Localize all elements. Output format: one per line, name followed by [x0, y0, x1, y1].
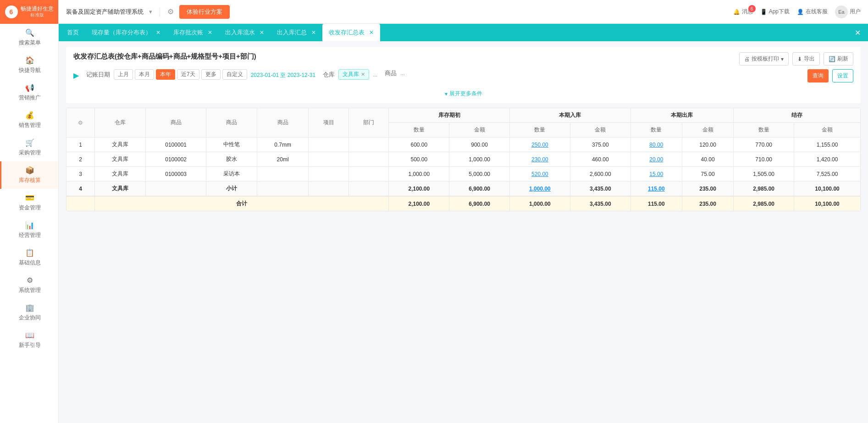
expand-conditions-row: ▾ 展开更多条件 [73, 86, 853, 98]
sidebar-item-label: 营销推广 [19, 94, 41, 102]
sidebar-item-label: 系统管理 [19, 286, 41, 294]
cell-num: 3 [66, 167, 95, 181]
cell-inbound-qty[interactable]: 230.00 [510, 152, 570, 167]
avatar: Ea [835, 5, 848, 18]
cell-num: 2 [66, 152, 95, 167]
cell-outbound-amt: 40.00 [682, 152, 733, 167]
expand-conditions-btn[interactable]: ▾ 展开更多条件 [445, 90, 482, 98]
sidebar-item-search[interactable]: 🔍 搜索菜单 [0, 24, 58, 51]
cell-outbound-qty[interactable]: 115.00 [630, 181, 682, 197]
cell-spec: 0.7mm [257, 137, 308, 152]
sidebar-item-system[interactable]: ⚙ 系统管理 [0, 271, 58, 299]
table-row: 3 文具库 0100003 采访本 1,000.00 5,000.00 520.… [66, 167, 861, 181]
tab-inout-flow-close[interactable]: ✕ [260, 29, 264, 36]
sidebar-item-purchase[interactable]: 🛒 采购管理 [0, 134, 58, 161]
warehouse-filter-section: 仓库 文具库 ✕ ... [323, 69, 377, 80]
filter-expand-arrow[interactable]: ▶ [73, 71, 79, 80]
date-btn-custom[interactable]: 自定义 [222, 69, 247, 80]
online-service-action[interactable]: 👤 在线客服 [797, 8, 828, 16]
date-btn-this-year[interactable]: 本年 [156, 69, 175, 80]
tab-inout-summary-close[interactable]: ✕ [311, 29, 316, 36]
goods-label: 商品 [385, 69, 397, 77]
tab-home[interactable]: 首页 [61, 24, 85, 41]
sidebar-item-inventory[interactable]: 📦 库存核算 [0, 161, 58, 189]
th-opening: 库存期初 [389, 108, 510, 123]
cell-opening-amt: 5,000.00 [449, 167, 510, 181]
tab-batch-ledger[interactable]: 库存批次账 ✕ [167, 24, 219, 41]
cell-outbound-qty[interactable]: 20.00 [630, 152, 682, 167]
cell-outbound-qty[interactable]: 15.00 [630, 167, 682, 181]
cell-inbound-amt: 460.00 [570, 152, 630, 167]
th-balance-qty: 数量 [734, 123, 794, 137]
sidebar-item-label: 采购管理 [19, 149, 41, 157]
sidebar-item-guide[interactable]: 📖 新手引导 [0, 326, 58, 354]
sidebar-item-basic[interactable]: 📋 基础信息 [0, 244, 58, 271]
cell-opening-amt: 6,900.00 [449, 181, 510, 197]
home-icon: 🏠 [25, 56, 34, 65]
cell-project [309, 137, 349, 152]
cell-balance-qty: 710.00 [734, 152, 794, 167]
goods-more-btn[interactable]: ... [400, 70, 405, 77]
query-section: 查询 设置 [807, 69, 853, 82]
user-label: 用户 [850, 8, 861, 16]
app-download-action[interactable]: 📱 App下载 [760, 8, 790, 16]
query-btn[interactable]: 查询 [807, 69, 829, 82]
cell-inbound-qty[interactable]: 1,000.00 [510, 181, 570, 197]
tab-inventory-dist-close[interactable]: ✕ [156, 29, 160, 36]
sidebar-item-label: 新手引导 [19, 341, 41, 349]
system-title: 装备及固定资产辅助管理系统 [66, 8, 144, 16]
date-btn-more[interactable]: 更多 [201, 69, 221, 80]
purchase-icon: 🛒 [25, 138, 34, 147]
filter-row: ▶ 记账日期 上月 本月 本年 近7天 更多 自定义 2023-01-01 至 … [73, 69, 853, 82]
page-title: 收发存汇总表(按仓库+商品编码+商品+规格型号+项目+部门) [73, 52, 256, 61]
print-btn[interactable]: 🖨 按模板打印 ▾ [739, 52, 789, 66]
sidebar-item-label: 经营管理 [19, 231, 41, 239]
th-balance: 结存 [734, 108, 861, 123]
sidebar-item-quick-nav[interactable]: 🏠 快捷导航 [0, 51, 58, 79]
guide-icon: 📖 [25, 331, 34, 340]
tab-receive-send[interactable]: 收发存汇总表 ✕ [322, 24, 380, 41]
cell-project [309, 167, 349, 181]
date-btn-7days[interactable]: 近7天 [177, 69, 199, 80]
user-action[interactable]: Ea 用户 [835, 5, 861, 18]
cell-inbound-qty[interactable]: 250.00 [510, 137, 570, 152]
experience-btn[interactable]: 体验行业方案 [179, 5, 230, 19]
page-title-row: 收发存汇总表(按仓库+商品编码+商品+规格型号+项目+部门) 🖨 按模板打印 ▾… [73, 52, 853, 66]
date-filter-section: 记账日期 上月 本月 本年 近7天 更多 自定义 2023-01-01 至 20… [86, 69, 315, 80]
messages-action[interactable]: 🔔 消息 6 [733, 8, 753, 16]
refresh-icon: 🔄 [829, 56, 835, 62]
date-btn-last-month[interactable]: 上月 [114, 69, 133, 80]
date-btn-this-month[interactable]: 本月 [135, 69, 154, 80]
topbar-dropdown-arrow[interactable]: ▾ [149, 8, 152, 15]
cell-outbound-qty[interactable]: 80.00 [630, 137, 682, 152]
sidebar-item-marketing[interactable]: 📢 营销推广 [0, 79, 58, 106]
chevron-down-icon: ▾ [781, 56, 784, 62]
tab-inventory-dist[interactable]: 现存量（库存分布表） ✕ [85, 24, 167, 41]
system-icon: ⚙ [27, 276, 33, 285]
sidebar: 6 畅捷通好生意 标准版 🔍 搜索菜单 🏠 快捷导航 📢 营销推广 💰 销售管理… [0, 0, 59, 423]
gear-icon[interactable]: ⚙ [167, 7, 174, 16]
refresh-btn[interactable]: 🔄 刷新 [824, 52, 853, 66]
tab-receive-send-close[interactable]: ✕ [369, 29, 374, 36]
tab-bar-close[interactable]: ✕ [849, 28, 866, 37]
th-balance-amt: 金额 [794, 123, 861, 137]
sidebar-item-sales[interactable]: 💰 销售管理 [0, 106, 58, 134]
cell-code: 0100002 [146, 152, 206, 167]
main-area: 装备及固定资产辅助管理系统 ▾ ⚙ 体验行业方案 🔔 消息 6 📱 App下载 … [59, 0, 868, 423]
tab-inout-summary[interactable]: 出入库汇总 ✕ [271, 24, 322, 41]
sidebar-item-finance[interactable]: 💳 资金管理 [0, 189, 58, 216]
warehouse-more-btn[interactable]: ... [373, 71, 377, 78]
footer-empty [66, 196, 95, 211]
sidebar-logo: 6 畅捷通好生意 标准版 [0, 0, 58, 24]
tab-batch-ledger-close[interactable]: ✕ [208, 29, 212, 36]
sidebar-item-operation[interactable]: 📊 经营管理 [0, 216, 58, 244]
expand-label: 展开更多条件 [449, 90, 482, 98]
cell-inbound-qty[interactable]: 520.00 [510, 167, 570, 181]
th-settings[interactable]: ⚙ [66, 108, 95, 137]
settings-btn[interactable]: 设置 [832, 69, 853, 82]
th-spec: 商品 [257, 108, 308, 137]
export-btn[interactable]: ⬇ 导出 [792, 52, 820, 66]
sidebar-item-enterprise[interactable]: 🏢 企业协同 [0, 299, 58, 326]
tab-inout-flow[interactable]: 出入库流水 ✕ [219, 24, 271, 41]
warehouse-tag-close[interactable]: ✕ [361, 71, 365, 77]
